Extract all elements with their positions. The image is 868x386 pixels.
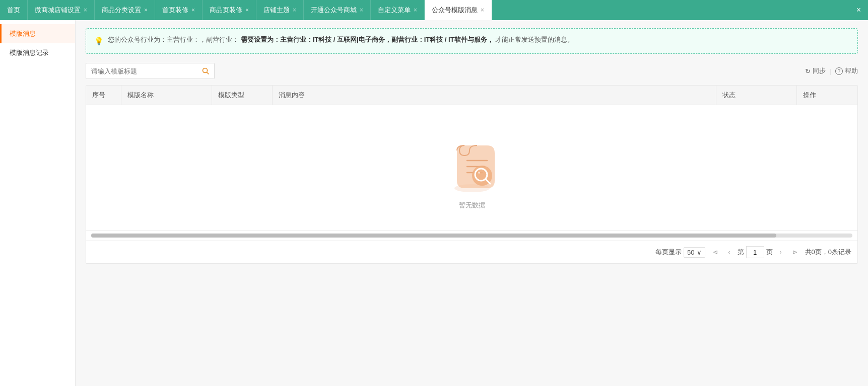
th-name: 模版名称 (121, 86, 212, 105)
tab-product-category[interactable]: 商品分类设置× (95, 0, 155, 20)
tab-open-mall[interactable]: 开通公众号商城× (304, 0, 371, 20)
notice-icon: 💡 (94, 35, 104, 47)
sidebar-item-template-msg[interactable]: 模版消息 (0, 24, 75, 43)
page-di-label: 第 (738, 248, 744, 257)
th-seq: 序号 (86, 86, 121, 105)
notice-box: 💡 您的公众号行业为：主营行业：，副营行业： 需要设置为：主营行业：IT科技 /… (86, 28, 858, 54)
notice-highlight: 需要设置为：主营行业：IT科技 / 互联网|电子商务，副营行业：IT科技 / I… (241, 36, 494, 43)
sync-button[interactable]: ↻ 同步 (805, 66, 826, 75)
sidebar: 模版消息模版消息记录 (0, 20, 76, 386)
help-icon: ? (835, 67, 843, 75)
help-label: 帮助 (845, 66, 858, 75)
toolbar: ↻ 同步 | ? 帮助 (86, 63, 858, 79)
toolbar-divider: | (830, 67, 831, 75)
svg-point-9 (478, 172, 480, 174)
page-unit-label: 页 (766, 248, 773, 257)
content-area: 💡 您的公众号行业为：主营行业：，副营行业： 需要设置为：主营行业：IT科技 /… (76, 20, 868, 386)
tab-shop-theme[interactable]: 店铺主题× (256, 0, 304, 20)
svg-line-1 (207, 72, 209, 74)
last-page-button[interactable]: ⊳ (789, 246, 801, 258)
dropdown-arrow-icon: ∨ (697, 249, 702, 256)
scroll-thumb (91, 234, 776, 238)
tab-close-product-category[interactable]: × (144, 7, 148, 14)
page-size-value: 50 (687, 249, 694, 256)
tab-close-custom-menu[interactable]: × (414, 7, 417, 14)
tab-home-decor[interactable]: 首页装修× (155, 0, 203, 20)
search-area (86, 63, 215, 79)
top-nav: 首页微商城店铺设置×商品分类设置×首页装修×商品页装修×店铺主题×开通公众号商城… (0, 0, 868, 20)
search-icon (202, 67, 209, 74)
scroll-row[interactable] (86, 230, 857, 241)
prev-page-button[interactable]: ‹ (723, 246, 736, 258)
tab-custom-menu[interactable]: 自定义菜单× (371, 0, 425, 20)
first-page-button[interactable]: ⊲ (709, 246, 721, 258)
th-status: 状态 (716, 86, 797, 105)
page-size-label: 每页显示 (655, 248, 682, 257)
scroll-track (91, 234, 852, 238)
empty-illustration (439, 135, 505, 201)
sync-label: 同步 (813, 66, 826, 75)
th-content: 消息内容 (273, 86, 716, 105)
tab-close-template-msg[interactable]: × (481, 7, 484, 14)
tab-close-micro-shop[interactable]: × (84, 7, 87, 14)
current-page-input[interactable] (746, 246, 764, 258)
empty-state: 暂无数据 (86, 105, 857, 230)
toolbar-right: ↻ 同步 | ? 帮助 (805, 66, 858, 75)
search-button[interactable] (196, 63, 215, 79)
table-header: 序号模版名称模版类型消息内容状态操作 (86, 86, 857, 105)
table-container: 序号模版名称模版类型消息内容状态操作 (86, 85, 858, 264)
search-input[interactable] (86, 63, 196, 79)
page-total: 共0页，0条记录 (805, 248, 851, 257)
sync-icon: ↻ (805, 67, 811, 75)
th-type: 模版类型 (212, 86, 273, 105)
page-size-select: 每页显示 50 ∨ (655, 247, 705, 258)
tab-close-open-mall[interactable]: × (360, 7, 363, 14)
tab-micro-shop[interactable]: 微商城店铺设置× (28, 0, 95, 20)
help-button[interactable]: ? 帮助 (835, 66, 858, 75)
tab-close-home-decor[interactable]: × (191, 7, 195, 14)
empty-text: 暂无数据 (459, 201, 485, 210)
tab-template-msg[interactable]: 公众号模版消息× (425, 0, 492, 20)
tab-home[interactable]: 首页 (0, 0, 28, 20)
pagination: 每页显示 50 ∨ ⊲ ‹ 第 页 › ⊳ 共0页，0条记录 (86, 241, 857, 263)
page-size-dropdown[interactable]: 50 ∨ (684, 247, 705, 258)
global-close-button[interactable]: × (849, 0, 868, 20)
sidebar-item-template-log[interactable]: 模版消息记录 (0, 43, 75, 62)
page-nav: ⊲ ‹ 第 页 › ⊳ (709, 246, 801, 258)
tab-product-decor[interactable]: 商品页装修× (203, 0, 256, 20)
next-page-button[interactable]: › (775, 246, 787, 258)
tab-close-shop-theme[interactable]: × (293, 7, 296, 14)
notice-text: 您的公众号行业为：主营行业：，副营行业： 需要设置为：主营行业：IT科技 / 互… (108, 35, 574, 45)
th-action: 操作 (797, 86, 857, 105)
main-layout: 模版消息模版消息记录 💡 您的公众号行业为：主营行业：，副营行业： 需要设置为：… (0, 20, 868, 386)
tab-close-product-decor[interactable]: × (245, 7, 249, 14)
